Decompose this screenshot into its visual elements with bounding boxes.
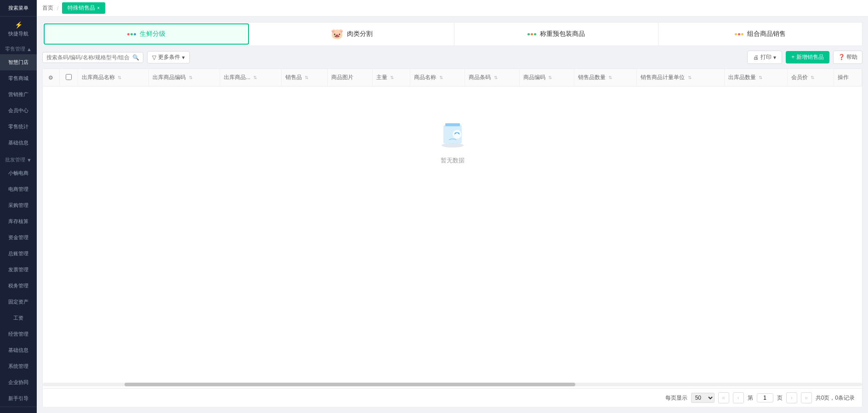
th-checkbox[interactable] (59, 69, 78, 86)
total-label: 共0页，0条记录 (816, 394, 855, 402)
horizontal-scrollbar[interactable] (43, 383, 862, 386)
sidebar-item-marketing[interactable]: 营销推广 (0, 86, 37, 103)
sidebar-item-invoice-mgmt[interactable]: 发票管理 (0, 262, 37, 278)
th-product-image[interactable]: 商品图片 (328, 69, 372, 86)
prev-page-button[interactable]: ‹ (733, 392, 744, 403)
sidebar-item-inventory[interactable]: 库存核算 (0, 213, 37, 229)
sort-icon: ⇅ (608, 75, 612, 80)
sidebar-item-member-center[interactable]: 会员中心 (0, 103, 37, 119)
svg-point-0 (442, 143, 464, 148)
settings-icon[interactable]: ⚙ (13, 411, 23, 413)
filter-button[interactable]: ▽ 更多条件 ▾ (147, 51, 190, 63)
sidebar-item-basic-info2[interactable]: 基础信息 (0, 342, 37, 358)
active-tab[interactable]: 特殊销售品 × (62, 2, 105, 14)
new-sales-button[interactable]: + 新增销售品 (786, 51, 829, 63)
sidebar-item-fixed-assets[interactable]: 固定资产 (0, 294, 37, 310)
content-area: 生鲜分级 🐷 肉类分割 称重预包装商品 (37, 17, 868, 413)
th-main-weight[interactable]: 主量 ⇅ (372, 69, 410, 86)
dropdown-icon: ▾ (773, 54, 776, 61)
sidebar-item-general-ledger[interactable]: 总账管理 (0, 246, 37, 262)
empty-state: 暂无数据 (43, 86, 862, 192)
empty-text: 暂无数据 (441, 156, 465, 165)
th-setting[interactable]: ⚙ (43, 69, 59, 86)
sidebar-item-purchase-mgmt[interactable]: 采购管理 (0, 197, 37, 213)
sidebar: 搜索菜单 ⚡ 快捷导航 零售管理 ▲ 智慧门店 零售商城 营销推广 会员中心 零… (0, 0, 37, 413)
th-out-product-name[interactable]: 出库商品名称 ⇅ (78, 69, 149, 86)
next-page-button[interactable]: › (786, 392, 797, 403)
per-page-select[interactable]: 50 10 20 100 (691, 393, 715, 403)
sidebar-item-retail-stats[interactable]: 零售统计 (0, 119, 37, 135)
sidebar-item-retail-mall[interactable]: 零售商城 (0, 70, 37, 86)
sidebar-item-newbie[interactable]: 新手引导 (0, 390, 37, 407)
sidebar-item-tax-mgmt[interactable]: 税务管理 (0, 278, 37, 294)
tab-fresh-grade[interactable]: 生鲜分级 (44, 23, 249, 45)
sort-icon: ⇅ (189, 75, 193, 80)
sidebar-item-smart-store[interactable]: 智慧门店 (0, 54, 37, 70)
th-sales-qty[interactable]: 销售品数量 ⇅ (574, 69, 637, 86)
help-button[interactable]: ❓ 帮助 (833, 51, 862, 64)
tab-close-icon[interactable]: × (97, 6, 100, 11)
sidebar-item-quick-nav[interactable]: ⚡ 快捷导航 (0, 17, 37, 42)
table-scroll[interactable]: ⚙ 出库商品名称 ⇅ 出库商品编码 ⇅ (43, 69, 862, 381)
chevron-down-icon: ▾ (182, 54, 185, 61)
tab-combo-sales[interactable]: 组合商品销售 (658, 23, 862, 46)
svg-point-4 (454, 132, 456, 134)
sidebar-item-finance[interactable]: 资金管理 (0, 229, 37, 246)
page-suffix: 页 (777, 394, 783, 402)
chevron-icon-batch: ▼ (27, 157, 32, 163)
first-page-button[interactable]: « (718, 392, 729, 403)
last-page-button[interactable]: » (801, 392, 812, 403)
th-member-price[interactable]: 会员价 ⇅ (787, 69, 834, 86)
svg-point-3 (453, 130, 461, 138)
page-number-input[interactable] (757, 393, 773, 402)
sidebar-item-enterprise[interactable]: 企业协同 (0, 374, 37, 390)
sort-icon: ⇅ (688, 75, 692, 80)
sort-icon: ⇅ (759, 75, 762, 80)
sidebar-item-ops-mgmt[interactable]: 经营管理 (0, 326, 37, 342)
th-product-barcode[interactable]: 商品条码 ⇅ (465, 69, 520, 86)
search-input[interactable] (46, 54, 130, 61)
select-all-checkbox[interactable] (66, 74, 72, 80)
sidebar-logo[interactable]: 搜索菜单 (0, 0, 37, 17)
sort-icon: ⇅ (305, 75, 308, 80)
table-container: ⚙ 出库商品名称 ⇅ 出库商品编码 ⇅ (42, 69, 862, 407)
th-out-product-code[interactable]: 出库商品编码 ⇅ (149, 69, 220, 86)
th-sales-item[interactable]: 销售品 ⇅ (281, 69, 328, 86)
th-out-product-extra[interactable]: 出库商品... ⇅ (220, 69, 281, 86)
sidebar-item-system-mgmt[interactable]: 系统管理 (0, 358, 37, 374)
retail-mgmt-label: 零售管理 (5, 46, 25, 52)
svg-point-5 (458, 132, 459, 134)
meat-cut-icon: 🐷 (331, 28, 343, 40)
sidebar-item-batch-mgmt[interactable]: 批发管理 ▼ (0, 153, 37, 165)
sort-icon: ⇅ (390, 75, 394, 80)
chevron-icon: ▲ (27, 46, 32, 52)
tab-meat-cut[interactable]: 🐷 肉类分割 (250, 23, 454, 46)
filter-icon: ▽ (152, 54, 156, 61)
print-icon: 🖨 (753, 54, 759, 61)
pagination: 每页显示 50 10 20 100 « ‹ 第 页 › » 共0页，0条记录 (43, 388, 862, 407)
combo-sales-icon (735, 33, 743, 35)
breadcrumb-home[interactable]: 首页 (42, 4, 53, 12)
table-header-row: ⚙ 出库商品名称 ⇅ 出库商品编码 ⇅ (43, 69, 862, 86)
weight-prepack-icon (528, 33, 536, 35)
th-product-code[interactable]: 商品编码 ⇅ (519, 69, 574, 86)
th-out-qty[interactable]: 出库品数量 ⇅ (725, 69, 788, 86)
sort-icon: ⇅ (253, 75, 257, 80)
th-sales-unit[interactable]: 销售商品计量单位 ⇅ (637, 69, 725, 86)
category-tabs: 生鲜分级 🐷 肉类分割 称重预包装商品 (42, 22, 862, 46)
sidebar-item-wages[interactable]: 工资 (0, 310, 37, 326)
per-page-label: 每页显示 (665, 394, 687, 402)
tab-combo-sales-label: 组合商品销售 (747, 30, 786, 38)
sidebar-item-mini-ecom[interactable]: 小畅电商 (0, 165, 37, 181)
th-product-name[interactable]: 商品名称 ⇅ (410, 69, 465, 86)
sidebar-item-ecom-mgmt[interactable]: 电商管理 (0, 181, 37, 197)
tab-weight-prepack[interactable]: 称重预包装商品 (454, 23, 658, 46)
print-button[interactable]: 🖨 打印 ▾ (747, 51, 782, 64)
main-content: 首页 / 特殊销售品 × 生鲜分级 🐷 肉类分割 (37, 0, 868, 413)
tab-weight-prepack-label: 称重预包装商品 (540, 30, 585, 38)
sort-icon: ⇅ (811, 75, 814, 80)
tab-fresh-grade-label: 生鲜分级 (140, 30, 165, 38)
search-box: 🔍 (42, 52, 143, 63)
sidebar-item-basic-info[interactable]: 基础信息 (0, 135, 37, 151)
sidebar-item-retail-mgmt[interactable]: 零售管理 ▲ (0, 42, 37, 54)
